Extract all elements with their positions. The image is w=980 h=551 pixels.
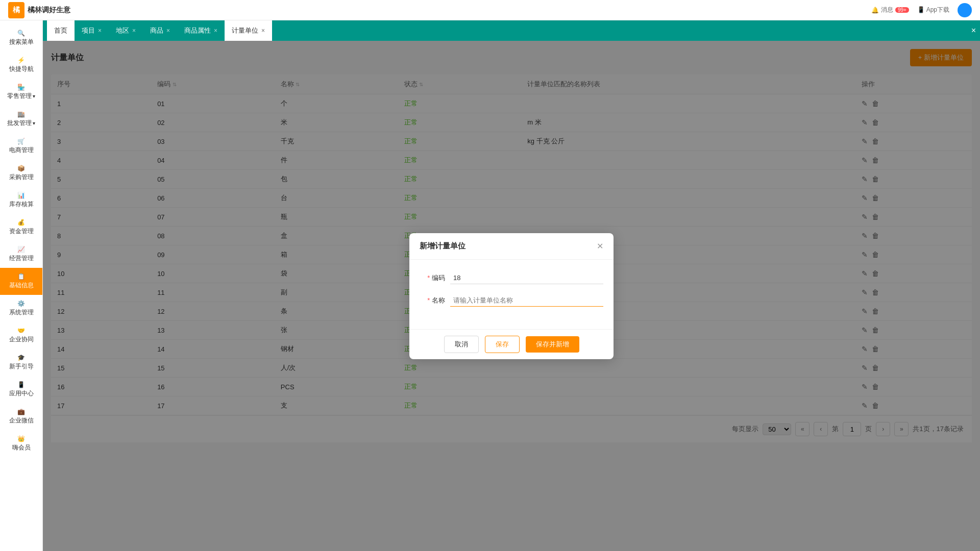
modal-footer: 取消 保存 保存并新增 (409, 329, 614, 359)
tab-unit[interactable]: 计量单位 × (225, 20, 272, 41)
sidebar-label-quick: 快捷导航 (9, 65, 34, 73)
sidebar-label-search: 搜索菜单 (9, 38, 34, 46)
inventory-icon: 📊 (17, 192, 25, 199)
page-content: 计量单位 + 新增计量单位 序号 编码 ⇅ 名称 ⇅ 状态 ⇅ 计量单位匹配的名… (43, 41, 980, 551)
notification-icon: 🔔 (871, 7, 879, 14)
sidebar-item-basic-info[interactable]: 📋 基础信息 (0, 268, 42, 295)
retail-icon: 🏪 (17, 84, 25, 91)
tab-product-attr-close[interactable]: × (214, 27, 217, 34)
purchase-icon: 📦 (17, 165, 25, 172)
tab-region[interactable]: 地区 × (109, 20, 143, 41)
tab-home[interactable]: 首页 (47, 20, 75, 41)
sidebar-label-biz: 企业协同 (9, 335, 34, 344)
top-bar-right: 🔔 消息 99+ 📱 App下载 (871, 3, 972, 17)
required-mark-code: * (427, 274, 430, 282)
enterprise-icon: 💼 (17, 408, 25, 415)
notification-area[interactable]: 🔔 消息 99+ (871, 6, 909, 14)
tab-region-label: 地区 (116, 26, 129, 35)
sidebar-item-quick-nav[interactable]: ⚡ 快捷导航 (0, 52, 42, 79)
sidebar-item-system[interactable]: ⚙️ 系统管理 (0, 295, 42, 322)
sidebar-label-enterprise: 企业微信 (9, 416, 34, 425)
tab-unit-label: 计量单位 (232, 26, 258, 35)
biz-agreement-icon: 🤝 (17, 327, 25, 334)
sidebar-item-newbie[interactable]: 🎓 新手引导 (0, 349, 42, 376)
finance-icon: 💰 (17, 219, 25, 226)
sidebar-item-biz-agreement[interactable]: 🤝 企业协同 (0, 322, 42, 349)
save-button[interactable]: 保存 (485, 336, 520, 353)
save-new-button[interactable]: 保存并新增 (526, 336, 579, 353)
tab-project-close[interactable]: × (98, 27, 102, 34)
sidebar-label-operation: 经营管理 (9, 254, 34, 263)
content-area: 首页 项目 × 地区 × 商品 × 商品属性 × 计量单位 × × (43, 20, 980, 551)
user-avatar[interactable] (958, 3, 972, 17)
newbie-icon: 🎓 (17, 354, 25, 361)
operation-icon: 📈 (17, 246, 25, 253)
tab-region-close[interactable]: × (132, 27, 136, 34)
app-download[interactable]: 📱 App下载 (917, 6, 949, 14)
tab-project-label: 项目 (82, 26, 95, 35)
top-bar: 橘 橘林调好生意 🔔 消息 99+ 📱 App下载 (0, 0, 980, 20)
sidebar-item-membership[interactable]: 👑 嗨会员 (0, 430, 42, 457)
tab-home-label: 首页 (54, 26, 67, 35)
notification-label: 消息 (881, 6, 893, 14)
chevron-down-icon: ▾ (33, 93, 35, 99)
modal-close-button[interactable]: ✕ (597, 241, 603, 251)
sidebar-label-inventory: 库存核算 (9, 200, 34, 209)
notification-badge: 99+ (895, 7, 909, 13)
sidebar-item-search-menu[interactable]: 🔍 搜索菜单 (0, 24, 42, 52)
top-bar-left: 橘 橘林调好生意 (8, 2, 70, 18)
sidebar-label-ecom: 电商管理 (9, 146, 34, 155)
sidebar-item-operation[interactable]: 📈 经营管理 (0, 241, 42, 268)
sidebar-label-purchase: 采购管理 (9, 173, 34, 182)
cancel-button[interactable]: 取消 (444, 336, 479, 353)
modal-overlay: 新增计量单位 ✕ * 编码 * (43, 41, 980, 551)
sidebar-label-newbie: 新手引导 (9, 362, 34, 371)
tab-project[interactable]: 项目 × (75, 20, 109, 41)
system-icon: ⚙️ (17, 300, 25, 307)
name-input[interactable] (450, 294, 603, 307)
tab-product-label: 商品 (150, 26, 163, 35)
sidebar-item-inventory[interactable]: 📊 库存核算 (0, 187, 42, 214)
membership-icon: 👑 (17, 435, 25, 442)
chevron-down-icon2: ▾ (33, 120, 35, 126)
logo-area: 橘 橘林调好生意 (8, 2, 70, 18)
tab-product-attr-label: 商品属性 (184, 26, 211, 35)
sidebar-item-finance[interactable]: 💰 资金管理 (0, 214, 42, 241)
sidebar-label-app: 应用中心 (9, 389, 34, 398)
tab-bar-close[interactable]: × (971, 26, 976, 35)
sidebar-item-ecom[interactable]: 🛒 电商管理 (0, 133, 42, 160)
basic-info-icon: 📋 (17, 273, 25, 280)
tab-unit-close[interactable]: × (261, 27, 265, 34)
form-label-code: * 编码 (420, 273, 450, 283)
form-row-name: * 名称 (420, 294, 603, 307)
modal-header: 新增计量单位 ✕ (409, 233, 614, 260)
wholesale-icon: 🏬 (17, 111, 25, 118)
sidebar-item-purchase[interactable]: 📦 采购管理 (0, 160, 42, 187)
app-center-icon: 📱 (17, 381, 25, 388)
logo-text: 橘林调好生意 (28, 6, 70, 15)
quick-nav-icon: ⚡ (17, 57, 25, 64)
tab-product-close[interactable]: × (166, 27, 170, 34)
sidebar-item-enterprise[interactable]: 💼 企业微信 (0, 403, 42, 430)
search-icon: 🔍 (17, 30, 25, 37)
sidebar: 🔍 搜索菜单 ⚡ 快捷导航 🏪 零售管理 ▾ 🏬 批发管理 ▾ 🛒 电商管理 (0, 20, 43, 551)
app-icon: 📱 (917, 6, 925, 13)
modal-title: 新增计量单位 (420, 241, 465, 251)
main-layout: 🔍 搜索菜单 ⚡ 快捷导航 🏪 零售管理 ▾ 🏬 批发管理 ▾ 🛒 电商管理 (0, 20, 980, 551)
logo-icon: 橘 (8, 2, 24, 18)
form-label-name: * 名称 (420, 296, 450, 305)
ecom-icon: 🛒 (17, 138, 25, 145)
sidebar-label-system: 系统管理 (9, 308, 34, 317)
sidebar-label-basic: 基础信息 (9, 281, 34, 290)
tab-product-attr[interactable]: 商品属性 × (177, 20, 225, 41)
sidebar-label-membership: 嗨会员 (12, 443, 31, 452)
code-input[interactable] (450, 272, 603, 284)
sidebar-label-wholesale: 批发管理 (7, 119, 32, 128)
sidebar-label-finance: 资金管理 (9, 227, 34, 236)
add-unit-modal: 新增计量单位 ✕ * 编码 * (409, 233, 614, 359)
tab-product[interactable]: 商品 × (143, 20, 177, 41)
sidebar-item-wholesale[interactable]: 🏬 批发管理 ▾ (0, 106, 42, 133)
modal-body: * 编码 * 名称 (409, 260, 614, 329)
sidebar-item-retail[interactable]: 🏪 零售管理 ▾ (0, 79, 42, 106)
sidebar-item-app-center[interactable]: 📱 应用中心 (0, 376, 42, 403)
